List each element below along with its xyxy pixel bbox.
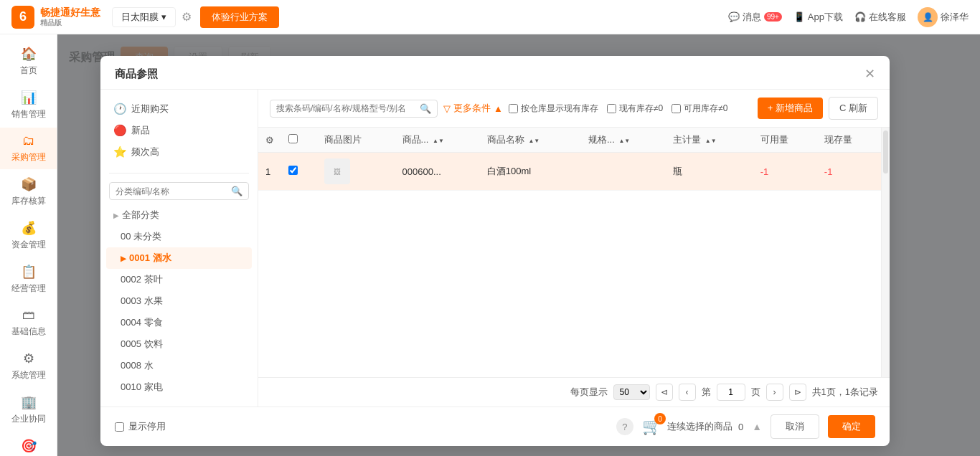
checkbox-available-text: 可用库存≠0 xyxy=(684,103,727,115)
quick-items-group: 🕐 近期购买 🔴 新品 ⭐ 频次高 xyxy=(100,98,258,163)
filter-button[interactable]: ▽ 更多条件 ▲ xyxy=(443,102,503,115)
table-header: ⚙ 商品图片 商品... ▲▼ 商品名称 xyxy=(258,128,881,153)
product-search-input[interactable] xyxy=(276,103,420,113)
category-label: 0004 零食 xyxy=(121,316,163,329)
username-label: 徐泽华 xyxy=(941,11,969,24)
sidebar-item-inventory[interactable]: 📦 库存核算 xyxy=(0,171,57,213)
messages-nav-item[interactable]: 💬 消息 99 xyxy=(728,11,782,24)
sidebar-item-label: 系统管理 xyxy=(11,369,46,381)
sort-icon: ▲▼ xyxy=(618,138,630,144)
business-icon: 📋 xyxy=(21,264,37,280)
per-page-select[interactable]: 50 10 20 100 xyxy=(613,384,650,400)
table-area: ⚙ 商品图片 商品... ▲▼ 商品名称 xyxy=(258,128,890,377)
col-settings-header[interactable]: ⚙ xyxy=(258,128,281,153)
category-item-all[interactable]: ▶ 全部分类 xyxy=(106,204,252,226)
sidebar-item-basic-info[interactable]: 🗃 基础信息 xyxy=(0,302,57,343)
sidebar-item-label: 销售管理 xyxy=(11,108,46,120)
select-all-checkbox[interactable] xyxy=(288,134,298,143)
show-disabled-checkbox[interactable] xyxy=(115,422,124,432)
col-image-header: 商品图片 xyxy=(317,128,395,153)
sidebar-item-finance[interactable]: 💰 资金管理 xyxy=(0,214,57,257)
quick-item-new[interactable]: 🔴 新品 xyxy=(106,120,252,141)
category-item-uncategorized[interactable]: 00 未分类 xyxy=(106,226,252,247)
quick-item-frequent[interactable]: ⭐ 频次高 xyxy=(106,141,252,163)
enterprise-icon: 🏢 xyxy=(21,394,37,410)
user-nav-item[interactable]: 👤 徐泽华 xyxy=(918,7,969,27)
clock-icon: 🕐 xyxy=(113,103,127,115)
show-disabled-label[interactable]: 显示停用 xyxy=(115,420,166,433)
filter-label: 更多条件 xyxy=(453,102,491,115)
checkbox-warehouse-label[interactable]: 按仓库显示现有库存 xyxy=(509,103,598,115)
row-checkbox[interactable] xyxy=(288,166,298,175)
modal-header: 商品参照 ✕ xyxy=(100,56,890,90)
sidebar-item-enterprise[interactable]: 🏢 企业协同 xyxy=(0,389,57,431)
checkbox-stock[interactable] xyxy=(607,104,616,113)
checkbox-stock-label[interactable]: 现有库存≠0 xyxy=(607,103,663,115)
trial-button[interactable]: 体验行业方案 xyxy=(200,6,279,28)
logo-title: 畅捷通好生意 xyxy=(40,6,100,19)
category-item-tea[interactable]: 0002 茶叶 xyxy=(106,269,252,290)
sidebar-item-system[interactable]: ⚙ 系统管理 xyxy=(0,345,57,387)
cart-area: 🛒 0 连续选择的商品 0 xyxy=(642,417,743,436)
sidebar-item-sales[interactable]: 📊 销售管理 xyxy=(0,84,57,126)
checkbox-available[interactable] xyxy=(672,104,681,113)
first-page-button[interactable]: ⊲ xyxy=(656,384,673,401)
sidebar-item-guide[interactable]: 🎯 新手引导 xyxy=(0,432,57,456)
help-button[interactable]: ? xyxy=(616,418,633,435)
category-item-appliance[interactable]: 0010 家电 xyxy=(106,376,252,398)
filter-chevron-icon: ▲ xyxy=(494,103,503,114)
gear-icon[interactable]: ⚙ xyxy=(182,10,192,24)
collapse-cart-button[interactable]: ▲ xyxy=(752,421,762,432)
scrollbar-thumb[interactable] xyxy=(883,130,888,174)
sidebar-item-label: 采购管理 xyxy=(11,151,46,163)
checkbox-available-label[interactable]: 可用库存≠0 xyxy=(672,103,727,115)
sidebar-item-business[interactable]: 📋 经营管理 xyxy=(0,258,57,300)
category-item-water[interactable]: 0008 水 xyxy=(106,355,252,376)
col-checkbox-header xyxy=(281,128,317,153)
category-label: 00 未分类 xyxy=(121,230,161,243)
category-label: 全部分类 xyxy=(122,209,159,222)
sort-icon: ▲▼ xyxy=(528,138,540,144)
checkbox-warehouse[interactable] xyxy=(509,104,518,113)
category-item-snack[interactable]: 0004 零食 xyxy=(106,312,252,333)
message-badge: 99 xyxy=(764,12,782,22)
quick-item-recent[interactable]: 🕐 近期购买 xyxy=(106,98,252,120)
category-item-alcohol[interactable]: ▶ 0001 酒水 xyxy=(106,247,252,269)
col-unit-header[interactable]: 主计量 ▲▼ xyxy=(666,128,753,153)
table-scrollbar[interactable] xyxy=(881,128,890,377)
row-code-cell: 000600... xyxy=(395,153,480,191)
chevron-down-icon: ▾ xyxy=(161,11,166,22)
prev-page-button[interactable]: ‹ xyxy=(679,384,696,401)
sidebar-item-home[interactable]: 🏠 首页 xyxy=(0,40,57,82)
product-search-box[interactable]: 🔍 xyxy=(270,100,438,118)
search-icon[interactable]: 🔍 xyxy=(420,103,431,114)
main-layout: 🏠 首页 📊 销售管理 🗂 采购管理 📦 库存核算 💰 资金管理 📋 经营管理 … xyxy=(0,34,980,456)
quick-item-label: 频次高 xyxy=(131,146,159,158)
modal-footer: 显示停用 ? 🛒 0 连续选择的商品 0 ▲ 取消 确定 xyxy=(100,407,890,446)
online-service-nav-item[interactable]: 🎧 在线客服 xyxy=(854,11,906,24)
category-list: ▶ 全部分类 00 未分类 ▶ 0001 酒水 0002 茶叶 xyxy=(100,204,258,398)
col-name-header[interactable]: 商品名称 ▲▼ xyxy=(480,128,581,153)
add-product-button[interactable]: + 新增商品 xyxy=(758,98,823,119)
refresh-button[interactable]: C 刷新 xyxy=(829,97,878,120)
next-page-button[interactable]: › xyxy=(766,384,783,401)
modal-close-button[interactable]: ✕ xyxy=(864,66,875,82)
cancel-button[interactable]: 取消 xyxy=(771,414,819,439)
current-page-input[interactable] xyxy=(717,384,745,401)
sidebar-item-purchase[interactable]: 🗂 采购管理 xyxy=(0,128,57,169)
table-row[interactable]: 1 🖼 000600... 白酒100ml xyxy=(258,153,881,191)
search-icon[interactable]: 🔍 xyxy=(231,186,242,196)
store-selector[interactable]: 日太阳膜 ▾ xyxy=(112,7,176,27)
category-search-box[interactable]: 🔍 xyxy=(109,182,249,200)
app-download-nav-item[interactable]: 📱 App下载 xyxy=(793,11,843,24)
col-code-header[interactable]: 商品... ▲▼ xyxy=(395,128,480,153)
category-item-beverage[interactable]: 0005 饮料 xyxy=(106,333,252,355)
last-page-button[interactable]: ⊳ xyxy=(789,384,806,401)
pagination-bar: 每页显示 50 10 20 100 ⊲ ‹ 第 页 › ⊳ xyxy=(258,377,890,407)
category-search-input[interactable] xyxy=(116,186,228,196)
cart-icon-wrap[interactable]: 🛒 0 xyxy=(642,417,661,436)
confirm-button[interactable]: 确定 xyxy=(828,415,875,438)
category-item-fruit[interactable]: 0003 水果 xyxy=(106,290,252,312)
col-spec-header[interactable]: 规格... ▲▼ xyxy=(581,128,666,153)
modal-right-panel: 🔍 ▽ 更多条件 ▲ 按仓库显示现有库存 xyxy=(258,90,890,407)
